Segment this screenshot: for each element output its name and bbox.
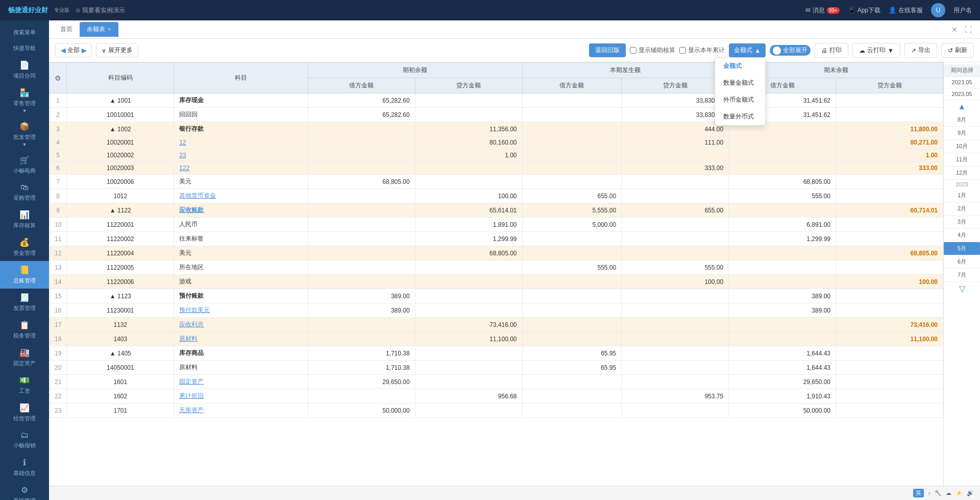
- cell-subject[interactable]: 其他货币资金: [174, 189, 308, 203]
- sidebar-item-tax[interactable]: 📋 税务管理: [0, 316, 49, 344]
- cell-code: 1403: [67, 332, 174, 346]
- sidebar-item-project[interactable]: 📄 项目合同: [0, 56, 49, 84]
- cell-opening-credit: [415, 403, 522, 418]
- sidebar-item-funds[interactable]: 💰 资金管理: [0, 233, 49, 261]
- cell-closing-credit: 11,100.00: [836, 332, 943, 346]
- cell-subject[interactable]: 原材料: [174, 332, 308, 346]
- cell-opening-debit: [308, 162, 415, 175]
- cell-closing-debit: 389.00: [729, 303, 836, 318]
- period-jun[interactable]: 6月: [944, 255, 980, 269]
- cell-subject[interactable]: 12: [174, 136, 308, 149]
- sidebar-item-wholesale[interactable]: 📦 批发管理 ▼: [0, 117, 49, 151]
- cell-current-credit: [622, 232, 729, 246]
- sidebar-item-salary[interactable]: 💵 工资: [0, 371, 49, 399]
- cell-opening-debit: [308, 332, 415, 346]
- format-option-foreign-amount[interactable]: 外币金额式: [715, 91, 765, 108]
- export-btn[interactable]: ↗ 导出: [904, 43, 937, 58]
- period-sep[interactable]: 9月: [944, 127, 980, 140]
- sidebar-item-invoice[interactable]: 🧾 发票管理: [0, 289, 49, 316]
- cell-subject[interactable]: 无形资产: [174, 403, 308, 418]
- app-download-btn[interactable]: 📱 App下载: [848, 6, 880, 15]
- cell-opening-credit: [415, 346, 522, 361]
- sidebar-item-retail[interactable]: 🏪 零售管理 ▼: [0, 84, 49, 117]
- cell-closing-credit: [836, 93, 943, 108]
- maximize-btn[interactable]: ⛶: [963, 25, 974, 35]
- tab-close-balance[interactable]: ✕: [107, 27, 111, 32]
- cell-subject[interactable]: 应收账款: [174, 203, 308, 218]
- expand-icon: ∨: [102, 47, 106, 54]
- print-btn[interactable]: 🖨 打印: [815, 43, 848, 58]
- table-settings-icon[interactable]: ⚙: [55, 74, 61, 82]
- cell-subject[interactable]: 122: [174, 162, 308, 175]
- cell-current-credit: 333.00: [622, 162, 729, 175]
- format-option-qty-foreign[interactable]: 数量外币式: [715, 108, 765, 125]
- tab-balance[interactable]: 余额表 ✕: [80, 22, 118, 37]
- cell-opening-credit: 68,805.00: [415, 246, 522, 260]
- cell-opening-debit: [308, 136, 415, 149]
- subsidiary-check[interactable]: [630, 47, 636, 54]
- expand-more-btn[interactable]: ∨ 展开更多: [96, 43, 138, 57]
- sidebar-item-purchase[interactable]: 🛍 采购管理: [0, 179, 49, 206]
- period-aug[interactable]: 8月: [944, 113, 980, 127]
- cell-opening-credit: 11,100.00: [415, 332, 522, 346]
- period-up-btn[interactable]: ▲: [944, 100, 980, 113]
- sidebar-quick-nav[interactable]: 快捷导航: [0, 40, 49, 56]
- cloud-icon: ☁: [859, 47, 865, 54]
- yearly-check[interactable]: [679, 47, 686, 54]
- close-panel-btn[interactable]: ✕: [949, 25, 960, 35]
- cell-index: 22: [50, 389, 67, 403]
- show-yearly-checkbox[interactable]: 显示本年累计: [679, 46, 725, 55]
- cell-current-debit: [522, 303, 622, 318]
- cell-current-debit: [522, 149, 622, 162]
- tab-home[interactable]: 首页: [55, 22, 78, 37]
- all-expand-toggle[interactable]: 全部展开: [770, 45, 811, 56]
- period-nov[interactable]: 11月: [944, 153, 980, 166]
- period-feb[interactable]: 2月: [944, 202, 980, 216]
- cell-closing-credit: 100.00: [836, 275, 943, 289]
- format-btn[interactable]: 金额式 ▲: [729, 43, 766, 57]
- period-apr[interactable]: 4月: [944, 229, 980, 242]
- sidebar-item-ecommerce[interactable]: 🛒 小畅电商: [0, 151, 49, 179]
- breadcrumb-all-btn[interactable]: ◀ 全部 ▶: [55, 43, 92, 57]
- back-old-btn[interactable]: 退回旧版: [589, 43, 626, 57]
- cell-subject[interactable]: 应收利息: [174, 318, 308, 332]
- sidebar-item-assets[interactable]: 🏭 固定资产: [0, 344, 49, 371]
- show-subsidiary-checkbox[interactable]: 显示辅助核算: [630, 46, 675, 55]
- format-option-amount[interactable]: 金额式: [715, 58, 765, 75]
- period-mar[interactable]: 3月: [944, 216, 980, 229]
- cell-opening-credit: 80,160.00: [415, 136, 522, 149]
- sound-icon: 🔊: [967, 490, 974, 496]
- message-btn[interactable]: ✉ 消息 99+: [805, 6, 840, 15]
- sidebar-item-reports[interactable]: 🗂 小畅报销: [0, 426, 49, 454]
- sidebar-item-basic-info[interactable]: ℹ 基础信息: [0, 454, 49, 481]
- sidebar-item-sys-mgmt[interactable]: ⚙ 系统管理: [0, 481, 49, 500]
- cell-opening-credit: 1.00: [415, 149, 522, 162]
- period-dec[interactable]: 12月: [944, 166, 980, 180]
- cell-subject[interactable]: 23: [174, 149, 308, 162]
- sidebar-item-inventory[interactable]: 📊 库存核算: [0, 206, 49, 233]
- online-service-btn[interactable]: 👤 在线客服: [889, 6, 923, 15]
- period-date-2[interactable]: 2023.05: [944, 88, 980, 100]
- period-jan[interactable]: 1月: [944, 189, 980, 202]
- period-jul[interactable]: 7月: [944, 269, 980, 282]
- cloud-print-btn[interactable]: ☁ 云打印 ▼: [852, 43, 900, 58]
- cell-subject[interactable]: 累计折旧: [174, 389, 308, 403]
- table-container[interactable]: ⚙ 科目编码 科目 期初余额 本期发生额 期末余额 借方金额 贷方金额 借方金额: [49, 62, 943, 486]
- cell-subject[interactable]: 预付款美元: [174, 303, 308, 318]
- cell-opening-debit: 1,710.38: [308, 346, 415, 361]
- format-option-qty-amount[interactable]: 数量金额式: [715, 75, 765, 91]
- sidebar-search[interactable]: 搜索菜单: [0, 25, 49, 40]
- user-avatar[interactable]: U: [931, 3, 945, 17]
- demo-link[interactable]: ⊙ 我要看实例演示: [76, 6, 125, 15]
- cell-current-credit: 33,830.98: [622, 108, 729, 122]
- lang-btn[interactable]: 英: [913, 489, 924, 497]
- period-oct[interactable]: 10月: [944, 140, 980, 153]
- sidebar-item-operations[interactable]: 📈 经营管理: [0, 399, 49, 426]
- cell-current-debit: [522, 403, 622, 418]
- refresh-btn[interactable]: ↺ 刷新: [941, 43, 974, 58]
- cell-subject[interactable]: 固定资产: [174, 375, 308, 389]
- period-date-1[interactable]: 2023.05: [944, 77, 980, 88]
- sidebar-item-general-ledger[interactable]: 📒 总账管理: [0, 261, 49, 289]
- period-may[interactable]: 5月: [944, 242, 980, 255]
- period-down-btn[interactable]: ▽: [944, 282, 980, 296]
